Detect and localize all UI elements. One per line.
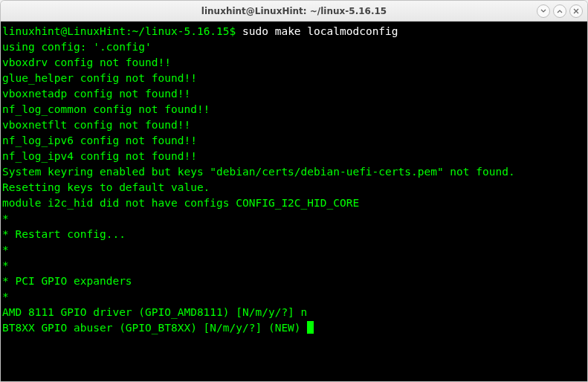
prompt-user-host: linuxhint@LinuxHint	[2, 25, 126, 37]
minimize-icon	[540, 7, 547, 15]
prompt-symbol: $	[230, 25, 236, 37]
prompt-separator: :	[126, 25, 132, 37]
current-prompt-line: BT8XX GPIO abuser (GPIO_BT8XX) [N/m/y/?]…	[2, 322, 307, 334]
output-line: vboxnetadp config not found!!	[2, 88, 190, 100]
output-line: AMD 8111 GPIO driver (GPIO_AMD8111) [N/m…	[2, 306, 307, 318]
output-line: nf_log_ipv6 config not found!!	[2, 135, 197, 146]
output-line: vboxdrv config not found!!	[2, 56, 171, 68]
maximize-button[interactable]	[553, 4, 566, 18]
output-line: using config: '.config'	[2, 41, 152, 53]
output-line: glue_helper config not found!!	[2, 72, 197, 84]
window-title: linuxhint@LinuxHint: ~/linux-5.16.15	[201, 6, 387, 16]
output-line: *	[2, 291, 9, 302]
output-line: * PCI GPIO expanders	[2, 275, 132, 287]
close-button[interactable]	[569, 4, 583, 18]
terminal-body[interactable]: linuxhint@LinuxHint:~/linux-5.16.15$ sud…	[1, 22, 587, 381]
output-line: System keyring enabled but keys "debian/…	[2, 166, 515, 178]
output-line: *	[2, 213, 9, 224]
titlebar: linuxhint@LinuxHint: ~/linux-5.16.15	[1, 1, 587, 22]
window-controls	[537, 4, 583, 18]
output-line: module i2c_hid did not have configs CONF…	[2, 197, 359, 209]
output-line: vboxnetflt config not found!!	[2, 119, 190, 131]
cursor	[307, 321, 314, 334]
maximize-icon	[556, 7, 563, 15]
command-text: sudo make localmodconfig	[242, 25, 398, 37]
prompt-path: ~/linux-5.16.15	[132, 25, 230, 37]
terminal-window: linuxhint@LinuxHint: ~/linux-5.16.15 lin…	[0, 0, 588, 382]
output-line: nf_log_common config not found!!	[2, 103, 210, 115]
output-line: *	[2, 259, 9, 271]
output-line: Resetting keys to default value.	[2, 181, 210, 193]
close-icon	[572, 7, 580, 15]
minimize-button[interactable]	[537, 4, 550, 18]
output-line: * Restart config...	[2, 228, 126, 240]
output-line: nf_log_ipv4 config not found!!	[2, 150, 197, 162]
output-line: *	[2, 244, 9, 256]
